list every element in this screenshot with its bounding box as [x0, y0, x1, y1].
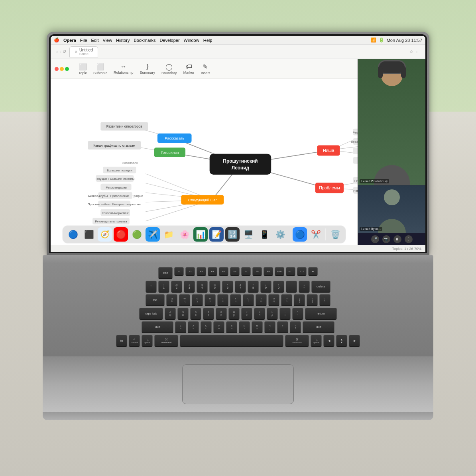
key-7[interactable]: &7 — [235, 281, 246, 293]
key-f4[interactable]: F4 — [208, 267, 217, 276]
menu-bookmarks[interactable]: Bookmarks — [134, 38, 155, 43]
menu-file[interactable]: File — [80, 38, 87, 43]
key-c[interactable]: Cс — [201, 321, 212, 333]
key-p[interactable]: Pз — [281, 294, 292, 306]
dock-launchpad[interactable]: ⬛ — [82, 227, 96, 242]
key-3[interactable]: #3 — [184, 281, 195, 293]
key-5[interactable]: %5 — [209, 281, 220, 293]
menu-help[interactable]: Help — [203, 38, 212, 43]
key-comma[interactable]: <, — [264, 321, 275, 333]
key-g[interactable]: Gп — [216, 308, 227, 320]
key-f[interactable]: Fа — [203, 308, 214, 320]
key-2[interactable]: @2 — [171, 281, 182, 293]
dock-chrome[interactable]: 🟢 — [130, 227, 144, 242]
key-9[interactable]: (9 — [260, 281, 271, 293]
key-z[interactable]: Zя — [175, 321, 186, 333]
key-esc[interactable]: esc — [158, 267, 173, 279]
key-m[interactable]: Mь — [252, 321, 263, 333]
key-d[interactable]: Dв — [190, 308, 201, 320]
key-backtick[interactable]: ~` — [146, 281, 157, 293]
key-8[interactable]: *8 — [248, 281, 259, 293]
dock-safari[interactable]: 🧭 — [98, 227, 112, 242]
nav-forward[interactable]: › — [59, 49, 61, 55]
more-button[interactable]: ⋮ — [405, 235, 413, 243]
key-shift-right[interactable]: shift — [303, 321, 334, 333]
key-command-left[interactable]: ⌘command — [154, 335, 178, 347]
dock-telegram[interactable]: ✈️ — [146, 227, 160, 242]
extensions-icon[interactable]: + — [416, 49, 418, 54]
key-l[interactable]: Lд — [267, 308, 278, 320]
trackpad[interactable] — [182, 364, 294, 404]
key-period[interactable]: >. — [277, 321, 288, 333]
key-f5[interactable]: F5 — [219, 267, 228, 276]
key-f3[interactable]: F3 — [197, 267, 206, 276]
key-f12[interactable]: F12 — [297, 267, 307, 276]
key-b[interactable]: Bи — [226, 321, 237, 333]
key-f6[interactable]: F6 — [230, 267, 240, 276]
key-f2[interactable]: F2 — [185, 267, 195, 276]
key-o[interactable]: Oщ — [268, 294, 279, 306]
toolbar-subtopic[interactable]: ⬜ Subtopic — [93, 63, 107, 75]
key-minus[interactable]: _- — [286, 281, 297, 293]
dock-excel[interactable]: 📊 — [193, 227, 208, 242]
key-tab[interactable]: tab — [146, 294, 165, 306]
key-1[interactable]: !1 — [158, 281, 169, 293]
key-y[interactable]: Yн — [230, 294, 241, 306]
dock-photos[interactable]: 🌸 — [177, 227, 192, 242]
key-capslock[interactable]: caps lock — [139, 308, 163, 320]
dock-zoom[interactable]: 🔵 — [293, 227, 307, 242]
key-option-right[interactable]: ⌥option — [311, 335, 322, 347]
menu-window[interactable]: Window — [184, 38, 199, 43]
toolbar-marker[interactable]: 🏷 Marker — [183, 63, 195, 75]
dock-app2[interactable]: ✂️ — [309, 227, 323, 242]
key-h[interactable]: Hр — [228, 308, 240, 320]
nav-back[interactable]: ‹ — [56, 49, 58, 55]
toolbar-topic[interactable]: ⬜ Topic — [79, 63, 87, 75]
key-v[interactable]: Vм — [213, 321, 224, 333]
key-arrow-right[interactable]: ▶ — [349, 335, 360, 347]
key-f10[interactable]: F10 — [275, 267, 284, 276]
key-space[interactable] — [180, 335, 283, 347]
toolbar-boundary[interactable]: ◯ Boundary — [161, 63, 177, 75]
screen-share-button[interactable]: 🖥 — [393, 235, 401, 243]
key-command-right[interactable]: ⌘command — [285, 335, 309, 347]
key-eject[interactable]: ⏏ — [308, 267, 318, 276]
key-e[interactable]: Eу — [192, 294, 203, 306]
mic-button[interactable]: 🎤 — [371, 235, 379, 243]
menu-developer[interactable]: Developer — [159, 38, 179, 43]
dock-word[interactable]: 📝 — [209, 227, 224, 242]
nav-refresh[interactable]: ↺ — [63, 49, 66, 54]
key-fn[interactable]: fn — [116, 335, 127, 347]
key-x[interactable]: Xч — [188, 321, 199, 333]
toolbar-relationship[interactable]: ↔ Relationship — [114, 63, 134, 75]
toolbar-insert[interactable]: ✎ Insert — [201, 63, 210, 75]
key-4[interactable]: $4 — [197, 281, 208, 293]
dock-files[interactable]: 📁 — [161, 227, 176, 242]
key-k[interactable]: Kл — [254, 308, 265, 320]
menu-view[interactable]: View — [103, 38, 112, 43]
key-shift-left[interactable]: shift — [142, 321, 173, 333]
key-j[interactable]: Jо — [241, 308, 252, 320]
dock-appstore[interactable]: 📱 — [257, 227, 271, 242]
key-f1[interactable]: F1 — [174, 267, 184, 276]
key-bracket-left[interactable]: {[ — [294, 294, 305, 306]
key-i[interactable]: Iш — [256, 294, 267, 306]
camera-button[interactable]: 📷 — [382, 235, 390, 243]
bookmark-icon[interactable]: ☆ — [409, 49, 413, 54]
key-slash[interactable]: ?/ — [290, 321, 301, 333]
key-u[interactable]: Uг — [243, 294, 254, 306]
tab-close[interactable]: ✕ — [75, 50, 78, 54]
key-n[interactable]: Nт — [239, 321, 250, 333]
key-backslash[interactable]: |\ — [319, 294, 330, 306]
dock-calculator[interactable]: 🔢 — [225, 227, 240, 242]
key-f9[interactable]: F9 — [264, 267, 273, 276]
menu-opera[interactable]: Opera — [63, 38, 76, 43]
key-arrow-left[interactable]: ◀ — [323, 335, 334, 347]
key-bracket-right[interactable]: }] — [307, 294, 318, 306]
key-control[interactable]: ^control — [129, 335, 140, 347]
key-f11[interactable]: F11 — [286, 267, 295, 276]
key-w[interactable]: Wц — [179, 294, 190, 306]
key-s[interactable]: Sы — [177, 308, 189, 320]
key-f7[interactable]: F7 — [241, 267, 251, 276]
key-f8[interactable]: F8 — [252, 267, 262, 276]
